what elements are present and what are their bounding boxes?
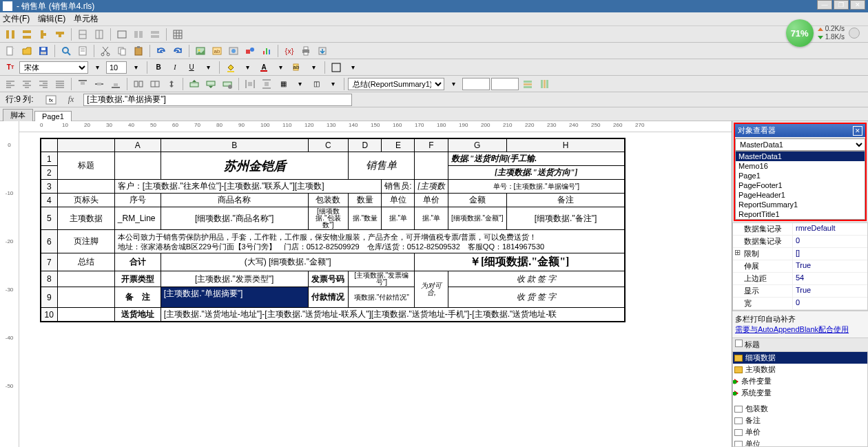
tree-item[interactable]: 单位 <box>733 438 867 447</box>
colhdr-e[interactable]: E <box>382 139 415 152</box>
maximize-button[interactable]: ❐ <box>834 0 849 10</box>
paste-icon[interactable] <box>131 44 146 58</box>
align-justify-icon[interactable] <box>52 77 68 91</box>
list-item[interactable]: PageFooter1 <box>736 180 865 190</box>
band-up-icon[interactable] <box>187 77 202 91</box>
tree-item[interactable]: 主项数据 <box>733 364 867 375</box>
valign-top-icon[interactable] <box>75 77 90 91</box>
underline-icon[interactable]: U <box>184 61 199 74</box>
tree-item[interactable]: 备注 <box>733 415 867 426</box>
inc-dec-icon[interactable] <box>164 77 179 91</box>
italic-icon[interactable]: I <box>167 61 183 74</box>
list-item[interactable]: PageHeader1 <box>736 190 865 200</box>
font-color-icon[interactable]: TT <box>3 61 18 74</box>
dropdown-icon[interactable]: ▾ <box>325 77 340 91</box>
tool-btn[interactable] <box>19 28 34 41</box>
border-icon[interactable] <box>329 61 344 74</box>
tree-item[interactable]: 包装数 <box>733 403 867 415</box>
tool-btn[interactable] <box>92 28 107 41</box>
font-dropdown-icon[interactable]: ▾ <box>90 61 105 74</box>
redo-icon[interactable] <box>170 44 185 58</box>
fill-color-icon[interactable] <box>223 61 238 74</box>
insert-chart-icon[interactable] <box>259 44 274 58</box>
menu-edit[interactable]: 编辑(E) <box>38 13 65 25</box>
insert-image-icon[interactable] <box>193 44 208 58</box>
colhdr-d[interactable]: D <box>349 139 382 152</box>
variables-icon[interactable]: {x} <box>282 44 297 58</box>
list-item[interactable]: MasterData1 <box>736 152 865 161</box>
align-center-icon[interactable] <box>19 77 34 91</box>
tool-btn[interactable] <box>75 28 90 41</box>
insert-shape-icon[interactable] <box>242 44 258 58</box>
colhdr-f[interactable]: F <box>415 139 448 152</box>
tool-btn[interactable] <box>3 28 18 41</box>
dropdown-icon[interactable]: ▾ <box>240 61 255 74</box>
insert-col-icon[interactable] <box>537 77 552 91</box>
corner-cell[interactable] <box>41 139 58 152</box>
list-item[interactable]: ReportTitle1 <box>736 209 865 219</box>
preview-icon[interactable] <box>59 44 74 58</box>
undo-icon[interactable] <box>154 44 169 58</box>
group-icon[interactable]: ▦ <box>276 77 291 91</box>
font-color-icon[interactable]: A <box>256 61 271 74</box>
table-row[interactable]: 5 主项数据 _RM_Line [细项数据."商品名称"] [细项数据."包装数… <box>41 207 625 230</box>
tab-page1[interactable]: Page1 <box>34 111 72 121</box>
tree-item[interactable]: 系统变量 <box>733 387 867 399</box>
page-setup-icon[interactable] <box>75 44 90 58</box>
title-checkbox[interactable] <box>735 340 743 347</box>
save-icon[interactable] <box>36 44 51 58</box>
list-item[interactable]: ReportSummary1 <box>736 200 865 209</box>
minimize-button[interactable]: — <box>817 0 832 10</box>
colhdr-b[interactable]: B <box>161 139 308 152</box>
copy-icon[interactable] <box>114 44 130 58</box>
table-row[interactable]: 4 页标头 序号 商品名称 包装数 数量 单位 单价 金额 备注 <box>41 194 625 207</box>
table-row[interactable]: 3 客户：[主项数据."往来单位"]-[主项数据."联系人"][主项数] 销售员… <box>41 180 625 194</box>
dropdown-icon[interactable]: ▾ <box>306 61 321 74</box>
colhdr[interactable] <box>57 139 114 152</box>
list-item[interactable]: Memo16 <box>736 161 865 171</box>
menu-cell[interactable]: 单元格 <box>74 13 99 25</box>
tab-script[interactable]: 脚本 <box>3 109 33 121</box>
dropdown-icon[interactable]: ▾ <box>273 61 288 74</box>
print-icon[interactable] <box>298 44 313 58</box>
table-row[interactable]: 1 标题 苏州金铠盾 销售单 数据."送货时间(手工输. <box>41 152 625 166</box>
table-row[interactable]: 7 总结 合计 (大写) [细项数据."金额"] ￥[细项数据."金额"] <box>41 253 625 271</box>
tree-item[interactable]: 条件变量 <box>733 375 867 387</box>
cut-icon[interactable] <box>98 44 113 58</box>
tool-btn[interactable] <box>114 28 130 41</box>
tool-btn[interactable] <box>170 28 185 41</box>
autoblank-link[interactable]: 需要与AutoAppendBlank配合使用 <box>735 324 865 335</box>
band-down-icon[interactable] <box>203 77 218 91</box>
band-num2-input[interactable] <box>491 78 519 90</box>
menu-file[interactable]: 文件(F) <box>3 13 30 25</box>
tool-btn[interactable] <box>52 28 68 41</box>
table-row[interactable]: 9 备 注 [主项数据."单据摘要"] 付款情况 项数据."付款情况" 收 货 … <box>41 287 625 308</box>
speed-ball[interactable]: 71% <box>786 19 814 47</box>
report-grid[interactable]: A B C D E F G H 1 标题 苏州金铠盾 销售单 数据."送货时间( <box>40 138 626 322</box>
colhdr-h[interactable]: H <box>506 139 624 152</box>
open-icon[interactable] <box>19 44 34 58</box>
distribute-h-icon[interactable] <box>242 77 258 91</box>
font-size-dropdown-icon[interactable]: ▾ <box>128 61 143 74</box>
ungroup-icon[interactable]: ◫ <box>309 77 324 91</box>
table-row[interactable]: 8 开票类型 [主项数据."发票类型"] 发票号码 [主项数据."发票编号"] … <box>41 271 625 287</box>
selected-cell[interactable]: [主项数据."单据摘要"] <box>161 287 308 308</box>
band-num1-input[interactable] <box>462 78 490 90</box>
colhdr-g[interactable]: G <box>448 139 506 152</box>
distribute-v-icon[interactable] <box>259 77 274 91</box>
tool-btn[interactable] <box>131 28 146 41</box>
object-list[interactable]: MasterData1 Memo16 Page1 PageFooter1 Pag… <box>735 151 865 220</box>
fx-icon-button[interactable]: fx <box>43 93 59 107</box>
dropdown-icon[interactable]: ▾ <box>446 77 461 91</box>
close-icon[interactable]: ✕ <box>853 126 862 136</box>
valign-bottom-icon[interactable] <box>108 77 123 91</box>
font-name-select[interactable]: 宋体 <box>19 61 88 74</box>
insert-row-icon[interactable] <box>520 77 535 91</box>
highlight-icon[interactable]: ab <box>289 61 304 74</box>
tool-btn[interactable] <box>147 28 163 41</box>
merge-icon[interactable] <box>131 77 146 91</box>
band-settings-icon[interactable] <box>220 77 235 91</box>
valign-middle-icon[interactable] <box>92 77 107 91</box>
colhdr-a[interactable]: A <box>114 139 161 152</box>
table-row[interactable]: 10 送货地址 [主项数据."送货地址-地址"]-[主项数据."送货地址-联系人… <box>41 308 625 322</box>
